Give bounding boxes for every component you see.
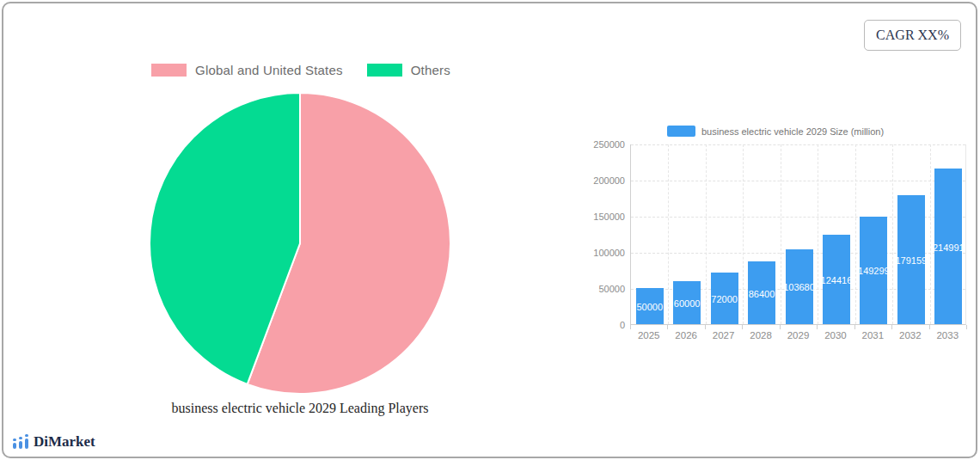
x-axis-tick-label: 2033	[936, 330, 959, 340]
x-axis-tick-label: 2029	[787, 330, 810, 340]
bar-legend: business electric vehicle 2029 Size (mil…	[667, 126, 884, 137]
y-axis-tick-label: 150000	[573, 212, 625, 222]
x-axis-tick-label: 2028	[750, 330, 772, 340]
bar-legend-label: business electric vehicle 2029 Size (mil…	[701, 126, 884, 137]
pie-legend-label: Others	[411, 63, 450, 77]
pie-legend-label: Global and United States	[195, 63, 343, 77]
x-axis-tick-mark	[891, 325, 892, 329]
cagr-badge-button[interactable]: CAGR XX%	[864, 20, 961, 51]
y-axis-tick-label: 250000	[573, 139, 625, 150]
logo-text: DiMarket	[34, 434, 95, 449]
bar-chart-plot-area: 5000060000720008640010368012441614929917…	[630, 144, 966, 325]
gridline-horizontal	[631, 144, 965, 145]
x-axis-tick-label: 2030	[824, 330, 847, 340]
x-axis-tick-mark	[817, 325, 818, 329]
bar-value-label: 179159	[895, 255, 927, 266]
bar-value-label: 86400	[749, 289, 775, 299]
x-axis-tick-mark	[742, 325, 743, 329]
bar-value-label: 50000	[636, 302, 663, 312]
x-axis-tick-mark	[667, 325, 668, 329]
dimarket-logo: DiMarket	[13, 434, 95, 449]
y-axis-tick-label: 100000	[573, 248, 625, 258]
gridline-horizontal	[631, 181, 965, 181]
gridline-vertical	[930, 144, 931, 324]
bar-legend-swatch-blue	[667, 126, 695, 137]
x-axis-tick-label: 2031	[862, 330, 885, 340]
bar-value-label: 60000	[674, 298, 701, 309]
x-axis-tick-label: 2027	[713, 330, 735, 340]
x-axis-tick-mark	[929, 325, 930, 329]
y-axis-tick-label: 0	[573, 320, 625, 330]
y-axis-tick-label: 50000	[573, 284, 625, 294]
pie-legend-item-others: Others	[367, 63, 450, 77]
x-axis-tick-label: 2032	[899, 330, 922, 340]
gridline-vertical	[818, 144, 818, 324]
gridline-vertical	[855, 144, 856, 324]
bar-value-label: 149299	[858, 266, 890, 276]
pie-legend: Global and United States Others	[52, 63, 550, 77]
report-figure: CAGR XX% Global and United States Others…	[0, 0, 980, 460]
gridline-vertical	[743, 144, 744, 324]
x-axis-tick-mark	[966, 325, 967, 329]
pie-legend-item-global: Global and United States	[151, 63, 343, 77]
bar-value-label: 72000	[711, 294, 738, 304]
gridline-vertical	[668, 144, 669, 324]
x-axis-tick-mark	[630, 325, 631, 329]
gridline-vertical	[781, 144, 781, 324]
bar-value-label: 103680	[783, 282, 815, 292]
pie-chart-title: business electric vehicle 2029 Leading P…	[85, 401, 515, 416]
bar-value-label: 214991	[933, 242, 965, 253]
x-axis-tick-label: 2026	[675, 330, 697, 340]
pie-legend-swatch-green	[367, 64, 402, 77]
y-axis-tick-label: 200000	[573, 175, 625, 186]
x-axis-tick-mark	[854, 325, 855, 329]
gridline-vertical	[892, 144, 893, 324]
x-axis-tick-label: 2025	[638, 330, 660, 340]
bar-value-label: 124416	[821, 275, 853, 285]
pie-chart	[145, 89, 455, 398]
x-axis-tick-mark	[705, 325, 706, 329]
x-axis-tick-mark	[780, 325, 781, 329]
gridline-vertical	[706, 144, 707, 324]
pie-legend-swatch-pink	[151, 64, 187, 77]
bar-chart-logo-icon	[13, 434, 29, 449]
